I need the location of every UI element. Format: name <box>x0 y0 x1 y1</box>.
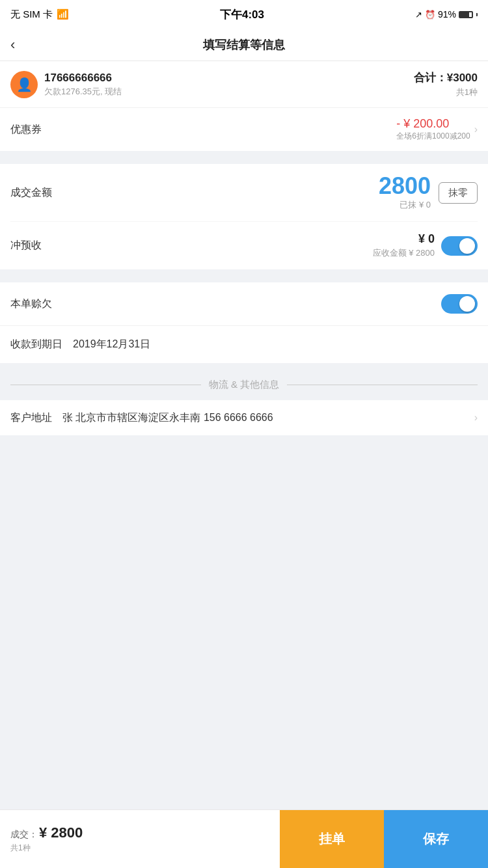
chong-yushou-label: 冲预收 <box>10 239 42 252</box>
deal-values: 2800 已抹 ¥ 0 <box>379 174 431 211</box>
save-button[interactable]: 保存 <box>384 810 488 869</box>
user-info-card: 👤 17666666666 欠款1276.35元, 现结 合计：¥3000 共1… <box>0 61 488 151</box>
status-left: 无 SIM 卡 📶 <box>10 8 69 21</box>
deal-amount-label: 成交金额 <box>10 186 52 200</box>
coupon-discount: - ¥ 200.00 <box>396 117 470 131</box>
ben-dan-toggle[interactable] <box>441 294 478 314</box>
user-info: 17666666666 欠款1276.35元, 现结 <box>44 72 122 98</box>
address-row[interactable]: 客户地址 张 北京市市辖区海淀区永丰南 156 6666 6666 › <box>0 400 488 435</box>
ben-dan-row: 本单赊欠 <box>0 282 488 325</box>
bottom-deal-amount: ¥ 2800 <box>39 824 83 841</box>
back-button[interactable]: ‹ <box>10 36 15 53</box>
hang-button[interactable]: 挂单 <box>280 810 384 869</box>
address-value: 张 北京市市辖区海淀区永丰南 156 6666 6666 <box>62 411 474 425</box>
bottom-deal-label-row: 成交： ¥ 2800 <box>10 824 269 841</box>
battery-percent: 91% <box>438 9 456 20</box>
coupon-description: 全场6折满1000减200 <box>396 131 470 142</box>
logistics-divider-text: 物流 & 其他信息 <box>209 379 279 391</box>
bottom-bar: 成交： ¥ 2800 共1种 挂单 保存 <box>0 809 488 868</box>
section-divider-2 <box>0 276 488 282</box>
status-time: 下午4:03 <box>220 7 264 22</box>
logistics-divider: 物流 & 其他信息 <box>0 370 488 400</box>
divider-line-right <box>287 385 478 385</box>
avatar: 👤 <box>10 71 38 98</box>
deal-amount-value: 2800 <box>379 174 431 198</box>
content: 👤 17666666666 欠款1276.35元, 现结 合计：¥3000 共1… <box>0 61 488 631</box>
ben-dan-card: 本单赊欠 <box>0 282 488 325</box>
address-chevron-icon: › <box>474 412 478 424</box>
status-right: ↗ ⏰ 91% <box>415 9 478 20</box>
section-divider-1 <box>0 157 488 164</box>
wifi-icon: 📶 <box>57 8 69 20</box>
due-date-row: 收款到期日 2019年12月31日 <box>0 326 488 363</box>
round-zero-button[interactable]: 抹零 <box>439 182 478 204</box>
deal-amount-section: 成交金额 2800 已抹 ¥ 0 抹零 冲预收 ¥ 0 应收金额 ¥ 2800 <box>0 164 488 269</box>
deal-amount-row: 成交金额 2800 已抹 ¥ 0 抹零 <box>10 164 478 222</box>
deal-right-group: 2800 已抹 ¥ 0 抹零 <box>379 174 478 211</box>
coupon-chevron-icon: › <box>474 124 478 135</box>
due-date-value: 2019年12月31日 <box>73 338 150 351</box>
battery-tip <box>476 13 478 16</box>
location-icon: ↗ <box>415 10 422 20</box>
user-left: 👤 17666666666 欠款1276.35元, 现结 <box>10 71 122 98</box>
status-bar: 无 SIM 卡 📶 下午4:03 ↗ ⏰ 91% <box>0 0 488 29</box>
hang-button-label: 挂单 <box>319 830 345 848</box>
chong-receivable: 应收金额 ¥ 2800 <box>373 247 435 259</box>
avatar-icon: 👤 <box>16 77 33 92</box>
coupon-right: - ¥ 200.00 全场6折满1000减200 › <box>396 117 478 142</box>
due-date-card: 收款到期日 2019年12月31日 <box>0 326 488 363</box>
save-button-label: 保存 <box>423 830 449 848</box>
carrier-text: 无 SIM 卡 <box>10 8 53 21</box>
chong-yushou-row: 冲预收 ¥ 0 应收金额 ¥ 2800 <box>10 222 478 269</box>
empty-space <box>0 442 488 572</box>
nav-bar: ‹ 填写结算等信息 <box>0 29 488 61</box>
user-phone: 17666666666 <box>44 72 122 85</box>
total-count: 共1种 <box>414 87 478 98</box>
user-total: 合计：¥3000 共1种 <box>414 70 478 98</box>
ben-dan-label: 本单赊欠 <box>10 297 52 311</box>
bottom-summary: 成交： ¥ 2800 共1种 <box>0 824 280 854</box>
bottom-deal-label: 成交： <box>10 829 38 841</box>
total-amount: 合计：¥3000 <box>414 70 478 85</box>
chong-values: ¥ 0 应收金额 ¥ 2800 <box>373 232 435 259</box>
address-label: 客户地址 <box>10 411 52 425</box>
coupon-row[interactable]: 优惠券 - ¥ 200.00 全场6折满1000减200 › <box>0 108 488 151</box>
page-title: 填写结算等信息 <box>203 37 285 53</box>
user-debt-info: 欠款1276.35元, 现结 <box>44 86 122 98</box>
deal-erased-text: 已抹 ¥ 0 <box>379 199 431 211</box>
user-row: 👤 17666666666 欠款1276.35元, 现结 合计：¥3000 共1… <box>0 61 488 108</box>
chong-right: ¥ 0 应收金额 ¥ 2800 <box>373 232 478 259</box>
due-date-label: 收款到期日 <box>10 338 62 351</box>
alarm-icon: ⏰ <box>425 10 435 20</box>
chong-toggle[interactable] <box>441 236 478 256</box>
bottom-space <box>0 435 488 442</box>
bottom-count: 共1种 <box>10 843 269 854</box>
divider-line-left <box>10 385 201 385</box>
battery-bar <box>459 11 473 18</box>
coupon-label: 优惠券 <box>10 123 42 137</box>
chong-amount: ¥ 0 <box>373 232 435 246</box>
